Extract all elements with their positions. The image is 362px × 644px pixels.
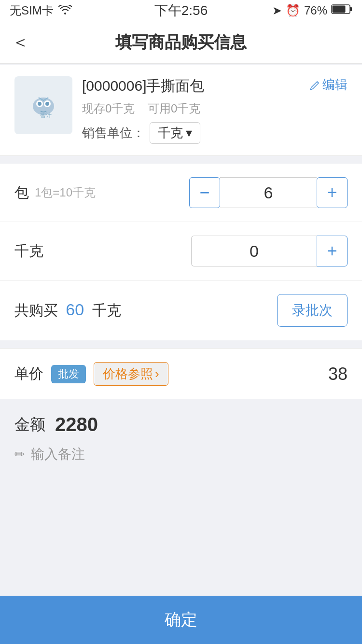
remark-placeholder: 输入备注: [31, 445, 85, 463]
price-row: 单价 批发 价格参照 › 38: [14, 362, 348, 386]
input-section: 包 1包=10千克 − + 千克 +: [0, 164, 362, 280]
svg-point-6: [38, 102, 42, 106]
confirm-button[interactable]: 确定: [165, 609, 197, 631]
price-ref-button[interactable]: 价格参照 ›: [94, 362, 168, 386]
kg-label: 千克: [14, 241, 43, 261]
nav-title: 填写商品购买信息: [115, 31, 247, 54]
wifi-icon: [58, 4, 72, 17]
location-icon: ➤: [272, 4, 282, 17]
price-value: 38: [328, 364, 348, 384]
product-stock: 现存0千克 可用0千克: [82, 101, 348, 116]
amount-section: 金额 2280 ✏ 输入备注: [0, 399, 362, 478]
bag-quantity-row: 包 1包=10千克 − +: [0, 164, 362, 222]
status-left: 无SIM卡: [10, 3, 72, 18]
kg-plus-button[interactable]: +: [317, 236, 348, 266]
product-info: [0000006]手撕面包 编辑 现存0千克 可用0千克 销售单位： 千克: [82, 76, 348, 144]
status-bar: 无SIM卡 下午2:56 ➤ ⏰ 76%: [0, 0, 362, 21]
product-unit-row: 销售单位： 千克 ▾: [82, 122, 348, 144]
svg-rect-2: [333, 6, 346, 13]
battery-icon: [331, 4, 352, 17]
pencil-icon: ✏: [14, 447, 25, 462]
price-section: 单价 批发 价格参照 › 38: [0, 348, 362, 399]
kg-stepper: +: [191, 236, 348, 266]
status-time: 下午2:56: [154, 1, 208, 20]
total-row: 共购买 60 千克 录批次: [0, 280, 362, 340]
bag-quantity-input[interactable]: [220, 177, 317, 208]
divider-1: [0, 156, 362, 164]
chevron-right-icon: ›: [155, 366, 159, 381]
price-tag: 批发: [51, 365, 86, 383]
back-button[interactable]: ＜: [12, 30, 29, 54]
remark-row[interactable]: ✏ 输入备注: [14, 445, 348, 463]
batch-button[interactable]: 录批次: [277, 294, 348, 327]
total-text: 共购买 60 千克: [14, 300, 121, 321]
bag-hint: 1包=10千克: [35, 185, 96, 200]
amount-row: 金额 2280: [14, 414, 348, 435]
edit-button[interactable]: 编辑: [310, 76, 348, 93]
price-label: 单价: [14, 364, 43, 384]
unit-select[interactable]: 千克 ▾: [150, 122, 200, 144]
status-right: ➤ ⏰ 76%: [272, 4, 352, 17]
kg-quantity-input[interactable]: [191, 236, 317, 266]
total-amount: 60: [66, 300, 84, 319]
battery-label: 76%: [304, 4, 327, 17]
confirm-bar[interactable]: 确定: [0, 596, 362, 644]
amount-label: 金额: [14, 414, 45, 435]
svg-text:智计: 智计: [40, 112, 52, 119]
svg-rect-1: [350, 7, 352, 11]
product-image: 智计: [14, 76, 72, 134]
nav-bar: ＜ 填写商品购买信息: [0, 21, 362, 64]
kg-quantity-row: 千克 +: [0, 222, 362, 280]
chevron-down-icon: ▾: [186, 126, 192, 140]
carrier-label: 无SIM卡: [10, 3, 54, 18]
bag-minus-button[interactable]: −: [189, 177, 220, 208]
bag-plus-button[interactable]: +: [317, 177, 348, 208]
svg-point-7: [45, 102, 49, 106]
bag-label: 包 1包=10千克: [14, 183, 96, 203]
amount-value: 2280: [55, 414, 98, 435]
divider-2: [0, 340, 362, 348]
product-name: [0000006]手撕面包: [82, 76, 204, 96]
product-card: 智计 [0000006]手撕面包 编辑 现存0千克 可用0千克: [0, 65, 362, 156]
alarm-icon: ⏰: [286, 4, 300, 17]
bag-stepper: − +: [189, 177, 348, 208]
